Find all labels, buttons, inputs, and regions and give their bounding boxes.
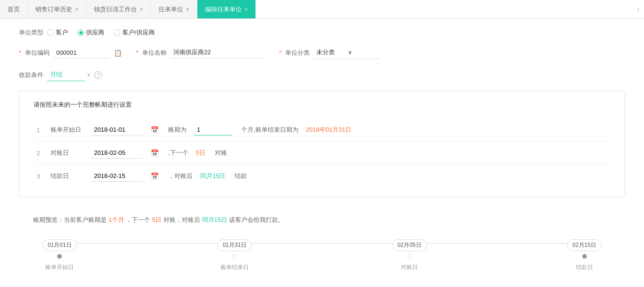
unit-category-field: * 单位分类 未分类 ∨	[279, 46, 380, 59]
tab-edit-partner-label: 编辑往来单位	[205, 5, 242, 14]
unit-name-input[interactable]	[170, 47, 265, 59]
unit-code-icon[interactable]: 📋	[114, 49, 122, 57]
timeline-date-4: 02月15日	[567, 239, 602, 251]
timeline-dot-4	[582, 254, 587, 259]
timeline-label-1: 账单开始日	[45, 263, 74, 271]
timeline-label-2: 账单结束日	[220, 263, 249, 271]
unit-type-label: 单位类型	[19, 28, 43, 37]
timeline-point-4: 02月15日 结款日	[567, 239, 602, 271]
payment-terms-label: 收款条件	[19, 71, 43, 79]
row3-prefix: ，对账后	[168, 172, 193, 180]
row1-date-input[interactable]	[91, 124, 143, 135]
unit-detail-row: * 单位编码 📋 * 单位名称 * 单位分类 未分类 ∨	[19, 46, 625, 59]
unit-category-select[interactable]: 未分类 ∨	[314, 46, 380, 59]
unit-type-row: 单位类型 客户 供应商 客户/供应商	[19, 28, 625, 37]
row3-number: 3	[34, 173, 43, 180]
timeline-date-2: 01月31日	[217, 239, 252, 251]
payment-terms-row: 收款条件 月结 ∨ ?	[19, 68, 625, 81]
unit-code-required: *	[19, 49, 21, 56]
payment-terms-value: 月结	[47, 68, 85, 81]
tab-cash-work-close[interactable]: ×	[140, 6, 143, 13]
row3-label: 结款日	[51, 172, 84, 180]
radio-customer-circle	[47, 29, 54, 36]
radio-both[interactable]: 客户/供应商	[114, 28, 155, 37]
tab-cash-work-label: 钱货日清工作台	[94, 5, 137, 14]
unit-code-label: 单位编码	[25, 49, 50, 57]
row3-date-input[interactable]	[91, 170, 143, 182]
row2-calendar-icon[interactable]: 📅	[151, 149, 159, 157]
tab-home[interactable]: 首页	[0, 0, 28, 18]
radio-both-circle	[114, 29, 120, 36]
row2-prefix: ,下一个	[168, 149, 188, 157]
radio-supplier[interactable]: 供应商	[77, 28, 104, 37]
tab-sales-history[interactable]: 销售订单历史 ×	[28, 0, 86, 18]
tab-cash-work[interactable]: 钱货日清工作台 ×	[86, 0, 151, 18]
billing-start-row: 1 账单开始日 📅 账期为 个月,账单结束日期为 2018年01月31日	[34, 118, 610, 142]
tab-partner[interactable]: 往来单位 ×	[151, 0, 197, 18]
timeline-date-1: 01月01日	[42, 239, 77, 251]
row1-label: 账单开始日	[51, 126, 84, 134]
row1-end-date: 2018年01月31日	[306, 126, 352, 134]
unit-code-field: * 单位编码 📋	[19, 47, 122, 59]
radio-supplier-circle	[77, 29, 84, 36]
main-content: 单位类型 客户 供应商 客户/供应商 * 单位编码	[0, 19, 644, 287]
tab-home-label: 首页	[8, 5, 20, 14]
payment-terms-field: 收款条件 月结 ∨ ?	[19, 68, 102, 81]
preview-part3: 5日	[152, 216, 161, 223]
radio-both-label: 客户/供应商	[122, 28, 155, 37]
tab-partner-label: 往来单位	[159, 5, 183, 14]
unit-name-label: 单位名称	[142, 49, 167, 57]
row1-suffix: 个月,账单结束日期为	[241, 126, 298, 134]
timeline-label-4: 结款日	[576, 263, 593, 271]
unit-name-required: *	[136, 49, 138, 56]
timeline: 01月01日 账单开始日 01月31日 账单结束日 02月05日 对账日 02月…	[33, 235, 611, 271]
timeline-point-1: 01月01日 账单开始日	[42, 239, 77, 271]
chevron-right-icon: ›	[637, 6, 639, 13]
radio-supplier-label: 供应商	[86, 28, 104, 37]
row3-suffix: 结款	[235, 172, 247, 180]
payment-terms-dropdown-icon: ∨	[87, 72, 91, 78]
timeline-dot-1	[57, 254, 62, 259]
preview-part4: 对账，对账后	[163, 216, 200, 223]
preview-label: 账期预览：当前客户账期是	[33, 216, 107, 223]
tab-sales-history-label: 销售订单历史	[35, 5, 72, 14]
tab-edit-partner-close[interactable]: ×	[245, 6, 248, 13]
unit-name-field: * 单位名称	[136, 47, 265, 59]
tab-partner-close[interactable]: ×	[186, 6, 189, 13]
tab-sales-history-close[interactable]: ×	[75, 6, 78, 13]
row2-number: 2	[34, 150, 43, 157]
payment-terms-select[interactable]: 月结 ∨	[47, 68, 91, 81]
row1-prefix: 账期为	[168, 126, 186, 134]
preview-part5: 同月15日	[202, 216, 227, 223]
row1-calendar-icon[interactable]: 📅	[151, 126, 159, 134]
preview-part6: 该客户会给我打款。	[229, 216, 284, 223]
billing-period-section: 请按照未来的一个完整帐期进行设置 1 账单开始日 📅 账期为 个月,账单结束日期…	[19, 91, 625, 197]
help-icon[interactable]: ?	[94, 71, 102, 79]
unit-code-input[interactable]	[53, 47, 110, 59]
timeline-point-3: 02月05日 对账日	[392, 239, 427, 271]
preview-section: 账期预览：当前客户账期是 1个月 ，下一个 5日 对账，对账后 同月15日 该客…	[19, 207, 625, 281]
tab-edit-partner[interactable]: 编辑往来单位 ×	[197, 0, 256, 18]
payment-row: 3 结款日 📅 ，对账后 同月15日 结款	[34, 165, 610, 187]
row2-suffix: 对账	[215, 149, 227, 157]
row1-period-input[interactable]	[194, 124, 232, 135]
radio-customer[interactable]: 客户	[47, 28, 68, 37]
tab-scroll-arrow[interactable]: ›	[633, 0, 644, 18]
unit-category-value: 未分类	[316, 48, 345, 57]
tab-bar: 首页 销售订单历史 × 钱货日清工作台 × 往来单位 × 编辑往来单位 × ›	[0, 0, 644, 19]
section-title: 请按照未来的一个完整帐期进行设置	[34, 101, 610, 109]
unit-category-label: 单位分类	[285, 49, 310, 57]
row3-highlight: 同月15日	[200, 172, 225, 180]
preview-part1: 1个月	[109, 216, 124, 223]
timeline-dot-3	[407, 254, 412, 259]
preview-part2: ，下一个	[126, 216, 150, 223]
timeline-dot-2	[232, 254, 237, 259]
row3-calendar-icon[interactable]: 📅	[151, 172, 159, 180]
row2-highlight: 5日	[196, 149, 205, 157]
timeline-point-2: 01月31日 账单结束日	[217, 239, 252, 271]
timeline-points: 01月01日 账单开始日 01月31日 账单结束日 02月05日 对账日 02月…	[42, 239, 602, 271]
row2-date-input[interactable]	[91, 147, 143, 159]
unit-category-required: *	[279, 49, 281, 56]
row2-label: 对账日	[51, 149, 84, 157]
timeline-date-3: 02月05日	[392, 239, 427, 251]
